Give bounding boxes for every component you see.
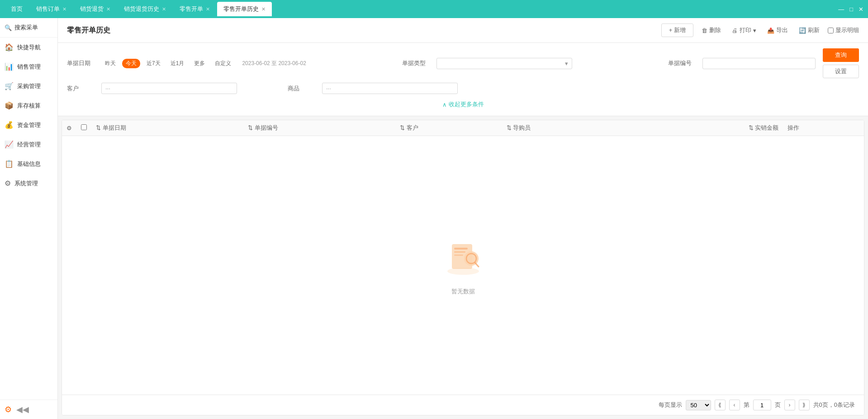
sidebar-icon: 📋 [5, 160, 14, 168]
refresh-icon: 🔄 [799, 27, 806, 34]
date-options: 昨天今天近7天近1月更多自定义 [101, 59, 235, 68]
sidebar-item-资金管理[interactable]: 💰 资金管理 [0, 115, 57, 135]
settings-button[interactable]: 设置 [823, 65, 859, 78]
refresh-button[interactable]: 🔄 刷新 [796, 24, 822, 36]
date-option-今天[interactable]: 今天 [122, 59, 140, 68]
tab-首页[interactable]: 首页 [5, 2, 29, 16]
print-button[interactable]: 🖨 打印 ▾ [729, 24, 759, 36]
tab-零售开单[interactable]: 零售开单✕ [173, 2, 216, 16]
header-actions: + 新增 🗑 删除 🖨 打印 ▾ 📤 导出 🔄 刷新 [661, 24, 859, 37]
table-header-guide[interactable]: ⇅ 导购员 [502, 120, 631, 136]
sidebar-bottom: ⚙ ◀◀ [0, 400, 57, 419]
tab-销售订单[interactable]: 销售订单✕ [30, 2, 73, 16]
table-header-date[interactable]: ⇅ 单据日期 [91, 120, 243, 136]
next-page-btn[interactable]: › [784, 400, 795, 410]
goods-input[interactable]: ··· [322, 83, 458, 94]
page-input[interactable] [753, 400, 771, 410]
svg-rect-2 [454, 248, 468, 250]
filter-area: 单据日期 昨天今天近7天近1月更多自定义 2023-06-02 至 2023-0… [58, 43, 868, 116]
tab-close-icon[interactable]: ✕ [106, 6, 110, 12]
tab-销货退货历史[interactable]: 销货退货历史✕ [118, 2, 172, 16]
print-icon: 🖨 [732, 27, 738, 34]
date-option-更多[interactable]: 更多 [190, 59, 209, 68]
sidebar-item-库存核算[interactable]: 📦 库存核算 [0, 96, 57, 115]
tab-label: 零售开单 [180, 5, 203, 13]
number-label: 单据编号 [668, 59, 695, 67]
tab-销货退货[interactable]: 销货退货✕ [74, 2, 117, 16]
delete-button[interactable]: 🗑 删除 [699, 24, 724, 36]
number-input[interactable] [702, 58, 816, 69]
date-option-近1月[interactable]: 近1月 [167, 59, 188, 68]
show-detail-checkbox[interactable]: 显示明细 [828, 26, 859, 34]
tab-label: 销售订单 [36, 5, 60, 13]
collapse-filters-label: 收起更多条件 [449, 100, 484, 108]
main-layout: 🔍 搜索采单 🏠 快捷导航📊 销售管理🛒 采购管理📦 库存核算💰 资金管理📈 经… [0, 18, 868, 419]
type-label: 单据类型 [402, 59, 429, 67]
customer-input[interactable]: ··· [101, 83, 237, 94]
add-button[interactable]: + 新增 [661, 24, 693, 37]
select-all-checkbox[interactable] [81, 124, 87, 130]
tab-close-icon[interactable]: ✕ [261, 6, 266, 12]
collapse-filters-btn[interactable]: ∧ 收起更多条件 [67, 99, 859, 110]
collapse-sidebar-icon[interactable]: ◀◀ [16, 405, 29, 414]
tab-label: 销货退货 [80, 5, 104, 13]
sidebar-icon: 🏠 [5, 43, 14, 52]
type-select[interactable]: ▾ [436, 58, 572, 69]
detail-checkbox-input[interactable] [828, 28, 834, 33]
content-area: 零售开单历史 + 新增 🗑 删除 🖨 打印 ▾ 📤 导出 🔄 [58, 18, 868, 419]
per-page-select[interactable]: 50 10 20 100 [686, 400, 711, 410]
export-button[interactable]: 📤 导出 [764, 24, 791, 36]
sidebar-item-label: 资金管理 [17, 121, 41, 129]
table-header-amount[interactable]: ⇅ 实销金额 [631, 120, 783, 136]
print-dropdown-icon: ▾ [753, 27, 756, 34]
sidebar-icon: 📦 [5, 101, 14, 110]
export-icon: 📤 [767, 27, 774, 34]
page-suffix: 页 [775, 401, 781, 409]
date-option-近7天[interactable]: 近7天 [143, 59, 164, 68]
first-page-btn[interactable]: ⟪ [715, 400, 726, 410]
sidebar-item-基础信息[interactable]: 📋 基础信息 [0, 154, 57, 174]
sidebar-search-label: 搜索采单 [14, 24, 38, 32]
empty-state: 暂无数据 [62, 136, 864, 395]
sidebar-item-经营管理[interactable]: 📈 经营管理 [0, 135, 57, 154]
sidebar-item-销售管理[interactable]: 📊 销售管理 [0, 57, 57, 76]
tab-零售开单历史[interactable]: 零售开单历史✕ [217, 2, 272, 16]
prev-page-btn[interactable]: ‹ [729, 400, 740, 410]
sidebar-search[interactable]: 🔍 搜索采单 [0, 18, 57, 38]
tab-close-icon[interactable]: ✕ [206, 6, 210, 12]
sidebar-icon: ⚙ [5, 179, 11, 188]
settings-icon[interactable]: ⚙ [5, 405, 12, 414]
sidebar-item-label: 快捷导航 [17, 43, 41, 52]
sidebar-item-采购管理[interactable]: 🛒 采购管理 [0, 76, 57, 96]
table-header-action: 操作 [783, 120, 864, 136]
customer-label: 客户 [67, 85, 94, 93]
date-option-自定义[interactable]: 自定义 [211, 59, 235, 68]
last-page-btn[interactable]: ⟫ [799, 400, 810, 410]
table-header-customer[interactable]: ⇅ 客户 [395, 120, 502, 136]
sidebar-item-label: 销售管理 [17, 63, 41, 71]
empty-text: 暂无数据 [451, 287, 475, 296]
goods-placeholder: ··· [326, 85, 331, 92]
chevron-up-icon: ∧ [442, 101, 447, 108]
filter-row-1: 单据日期 昨天今天近7天近1月更多自定义 2023-06-02 至 2023-0… [67, 48, 859, 78]
tab-close-icon[interactable]: ✕ [62, 6, 66, 12]
sidebar-item-系统管理[interactable]: ⚙ 系统管理 [0, 174, 57, 193]
window-max-btn[interactable]: □ [849, 6, 853, 13]
delete-icon: 🗑 [702, 27, 707, 34]
sidebar-item-label: 基础信息 [17, 160, 41, 168]
query-button[interactable]: 查询 [823, 48, 859, 62]
tab-label: 首页 [11, 5, 23, 13]
tab-label: 零售开单历史 [223, 5, 259, 13]
table-header-settings[interactable]: ⚙ [62, 120, 76, 136]
pagination: 每页显示 50 10 20 100 ⟪ ‹ 第 页 › ⟫ 共0页，0条记录 [62, 395, 864, 415]
window-min-btn[interactable]: — [838, 6, 844, 13]
sidebar-item-快捷导航[interactable]: 🏠 快捷导航 [0, 38, 57, 57]
sidebar: 🔍 搜索采单 🏠 快捷导航📊 销售管理🛒 采购管理📦 库存核算💰 资金管理📈 经… [0, 18, 58, 419]
window-close-btn[interactable]: ✕ [859, 6, 863, 13]
sidebar-item-label: 经营管理 [17, 141, 41, 149]
table-header-number[interactable]: ⇅ 单据编号 [243, 120, 395, 136]
tab-close-icon[interactable]: ✕ [162, 6, 166, 12]
table-header-checkbox[interactable] [76, 120, 91, 136]
data-table: ⚙ ⇅ 单据日期 ⇅ 单据编号 ⇅ 客户 [62, 120, 864, 136]
date-option-昨天[interactable]: 昨天 [101, 59, 119, 68]
